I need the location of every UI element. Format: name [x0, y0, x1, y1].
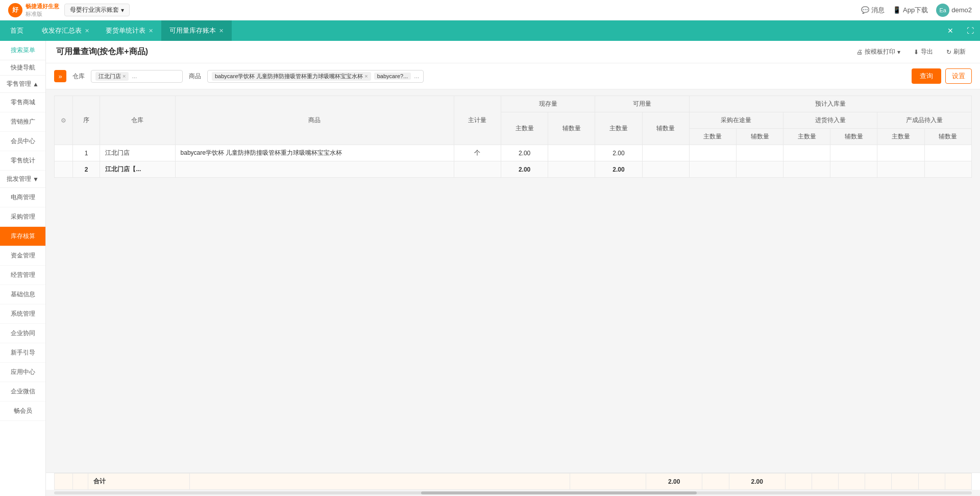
logo-text: 畅捷通好生意 标准版	[26, 3, 59, 18]
col-incoming-group: 预计入库量	[689, 96, 971, 112]
close-all-tabs-btn[interactable]: ✕	[940, 27, 961, 35]
logo-area: 好 畅捷通好生意 标准版	[8, 3, 59, 18]
print-btn[interactable]: 🖨 按模板打印 ▾	[852, 46, 904, 58]
user-menu[interactable]: Ea demo2	[936, 4, 972, 17]
sidebar-item-member[interactable]: 会员中心	[0, 132, 45, 151]
warehouse-tag: 江北门店 ×	[95, 72, 129, 81]
col-product: 商品	[175, 96, 454, 145]
product-filter-dots[interactable]: ...	[414, 73, 419, 80]
col-purchase-aux: 辅数量	[736, 129, 783, 145]
expand-tabs-btn[interactable]: ⛶	[961, 27, 980, 35]
sidebar-item-operations[interactable]: 经营管理	[0, 266, 45, 285]
message-icon: 💬	[861, 6, 869, 14]
message-btn[interactable]: 💬 消息	[861, 6, 885, 15]
col-production-main: 主数量	[877, 129, 924, 145]
chevron-down-icon: ▾	[121, 7, 124, 14]
table-area: ⚙ 序 仓库 商品 主计量 现存量 可用量 预计入库量 主数量 辅数量 主数量	[46, 89, 980, 466]
close-tab-available-stock[interactable]: ✕	[219, 28, 224, 34]
footer-row: 合计 2.00 2.00	[55, 474, 972, 490]
app-icon: 📱	[893, 6, 901, 14]
close-tab-order-stats[interactable]: ✕	[149, 28, 153, 34]
sidebar-item-purchase[interactable]: 采购管理	[0, 207, 45, 227]
table-row-subtotal: 2 江北门店【... 2.00 2.00	[55, 161, 972, 178]
sidebar-item-wholesale-mgmt[interactable]: 批发管理 ▼	[0, 171, 45, 188]
filter-expand-btn[interactable]: »	[54, 70, 66, 82]
sidebar-quick-nav[interactable]: 快捷导航	[0, 60, 45, 76]
scrollbar-thumb	[421, 491, 696, 494]
sidebar-item-retail-mall[interactable]: 零售商城	[0, 93, 45, 112]
print-icon: 🖨	[856, 49, 863, 56]
export-icon: ⬇	[914, 49, 919, 56]
tab-home[interactable]: 首页	[0, 20, 34, 41]
remove-warehouse-tag[interactable]: ×	[122, 73, 126, 79]
warehouse-label: 仓库	[72, 72, 85, 81]
horizontal-scrollbar[interactable]	[54, 491, 972, 494]
sidebar: 搜索菜单 快捷导航 零售管理 ▲ 零售商城 营销推广 会员中心 零售统计 批发管…	[0, 41, 46, 496]
main-content: 可用量查询(按仓库+商品) 🖨 按模板打印 ▾ ⬇ 导出 ↻ 刷新 »	[46, 41, 980, 496]
col-stock-group: 现存量	[501, 96, 595, 112]
sidebar-item-appstore[interactable]: 应用中心	[0, 363, 45, 382]
sidebar-item-system[interactable]: 系统管理	[0, 304, 45, 324]
top-bar: 好 畅捷通好生意 标准版 母婴行业演示账套 ▾ 💬 消息 📱 App下载 Ea …	[0, 0, 980, 20]
product-tag-2: babycare?...	[374, 73, 411, 80]
chevron-icon2: ▼	[33, 176, 39, 183]
layout: 搜索菜单 快捷导航 零售管理 ▲ 零售商城 营销推广 会员中心 零售统计 批发管…	[0, 41, 980, 496]
avatar: Ea	[936, 4, 949, 17]
page-header: 可用量查询(按仓库+商品) 🖨 按模板打印 ▾ ⬇ 导出 ↻ 刷新	[46, 41, 980, 63]
col-unit: 主计量	[454, 96, 501, 145]
sidebar-item-inventory[interactable]: 库存核算	[0, 227, 45, 246]
scrollbar-area	[46, 490, 980, 496]
col-purchase-main: 主数量	[689, 129, 736, 145]
print-chevron-icon: ▾	[897, 49, 900, 56]
col-stock-aux: 辅数量	[548, 112, 595, 145]
tab-order-stats[interactable]: 要货单统计表 ✕	[97, 20, 161, 41]
warehouse-filter-dots[interactable]: ...	[132, 73, 137, 80]
product-filter[interactable]: babycare学饮杯 儿童防摔防撞吸管杯重力球吸嘴杯宝宝水杯 × babyca…	[207, 70, 424, 83]
col-stock-main: 主数量	[501, 112, 548, 145]
tab-stock-summary[interactable]: 收发存汇总表 ✕	[34, 20, 97, 41]
nav-tabs: 首页 收发存汇总表 ✕ 要货单统计表 ✕ 可用量库存账本 ✕ ✕ ⛶	[0, 20, 980, 41]
col-available-main: 主数量	[595, 112, 642, 145]
col-no: 序	[73, 96, 100, 145]
close-tab-stock-summary[interactable]: ✕	[85, 28, 89, 34]
app-download-btn[interactable]: 📱 App下载	[893, 6, 928, 15]
gear-icon[interactable]: ⚙	[61, 117, 66, 124]
table-footer: 合计 2.00 2.00	[46, 473, 980, 490]
store-selector[interactable]: 母婴行业演示账套 ▾	[64, 4, 130, 16]
settings-btn[interactable]: 设置	[945, 68, 972, 84]
sidebar-item-marketing[interactable]: 营销推广	[0, 112, 45, 132]
col-purchase-group: 采购在途量	[689, 112, 783, 129]
product-label: 商品	[189, 72, 201, 81]
tab-available-stock[interactable]: 可用量库存账本 ✕	[161, 20, 232, 41]
sidebar-item-enterprise[interactable]: 企业协同	[0, 324, 45, 343]
sidebar-item-retail-mgmt[interactable]: 零售管理 ▲	[0, 76, 45, 93]
col-goods-in-group: 进货待入量	[783, 112, 877, 129]
top-bar-left: 好 畅捷通好生意 标准版 母婴行业演示账套 ▾	[8, 3, 130, 18]
product-tag-1: babycare学饮杯 儿童防摔防撞吸管杯重力球吸嘴杯宝宝水杯 ×	[212, 72, 371, 81]
col-warehouse: 仓库	[100, 96, 175, 145]
col-production-aux: 辅数量	[924, 129, 971, 145]
col-available-group: 可用量	[595, 96, 689, 112]
table-row: 1 江北门店 babycare学饮杯 儿童防摔防撞吸管杯重力球吸嘴杯宝宝水杯 个…	[55, 145, 972, 161]
filter-actions: 查询 设置	[912, 68, 972, 84]
col-settings: ⚙	[55, 96, 73, 145]
warehouse-filter[interactable]: 江北门店 × ...	[91, 70, 183, 83]
refresh-btn[interactable]: ↻ 刷新	[942, 46, 970, 58]
col-available-aux: 辅数量	[642, 112, 689, 145]
remove-product-tag-1[interactable]: ×	[364, 73, 368, 79]
col-goods-in-aux: 辅数量	[830, 129, 877, 145]
sidebar-item-wechat[interactable]: 企业微信	[0, 382, 45, 401]
filter-area: » 仓库 江北门店 × ... 商品 babycare学饮杯 儿童防摔防撞吸管杯…	[46, 63, 980, 89]
sidebar-item-member2[interactable]: 畅会员	[0, 401, 45, 421]
sidebar-item-basics[interactable]: 基础信息	[0, 285, 45, 304]
sidebar-item-ecommerce[interactable]: 电商管理	[0, 188, 45, 207]
chevron-icon: ▲	[33, 81, 39, 88]
sidebar-item-finance[interactable]: 资金管理	[0, 246, 45, 266]
query-btn[interactable]: 查询	[912, 68, 941, 84]
page-actions: 🖨 按模板打印 ▾ ⬇ 导出 ↻ 刷新	[852, 46, 970, 58]
sidebar-search[interactable]: 搜索菜单	[0, 41, 45, 60]
export-btn[interactable]: ⬇ 导出	[910, 46, 937, 58]
col-production-group: 产成品待入量	[877, 112, 972, 129]
sidebar-item-guide[interactable]: 新手引导	[0, 343, 45, 363]
sidebar-item-retail-stats[interactable]: 零售统计	[0, 151, 45, 171]
